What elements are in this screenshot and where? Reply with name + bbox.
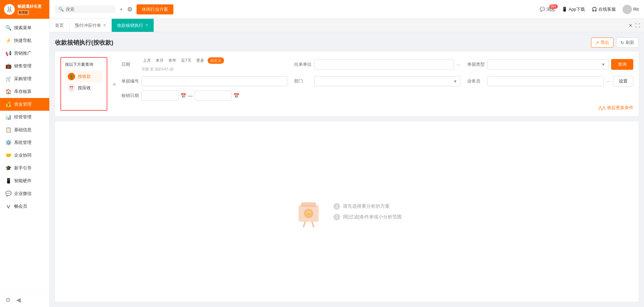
tab-home[interactable]: 首页 (50, 19, 69, 32)
billtype-select[interactable]: ▼ (487, 59, 608, 69)
avatar (623, 5, 632, 14)
filter-row-sales-inner: 业务员 ··· (467, 76, 610, 86)
solution-button[interactable]: 休闲行业方案 (137, 4, 173, 14)
date-7days[interactable]: 近7天 (180, 57, 193, 64)
settings-icon[interactable]: ⚙ (5, 296, 11, 304)
sidebar-item-basic[interactable]: 📋 基础信息 (0, 123, 49, 136)
filter-sidebar: 按以下方案查询 💲 按收款 ⏰ 按应收 (60, 57, 107, 111)
filter-option-by-receipt[interactable]: 💲 按收款 (65, 71, 103, 82)
main-content: 🔍 ▼ ⚙ 休闲行业方案 💬 消息 99+ 📱 App下载 🎧 在线客服 Rit (50, 0, 644, 307)
search-icon: 🔍 (58, 7, 64, 12)
sidebar-item-purchase[interactable]: 🛒 采购管理 (0, 72, 49, 85)
page-actions: ↗ 导出 ↻ 刷新 (591, 38, 639, 48)
sidebar-item-wechat[interactable]: 💬 企业微信 (0, 187, 49, 200)
sidebar-item-collab[interactable]: 🤝 企业协同 (0, 149, 49, 162)
svg-line-5 (312, 222, 314, 227)
app-download-button[interactable]: 📱 App下载 (562, 6, 585, 12)
page-content: 收款核销执行(按收款) ↗ 导出 ↻ 刷新 按以下方案查询 💲 按收款 (50, 32, 644, 307)
search-menu-icon: 🔍 (5, 25, 11, 31)
message-button[interactable]: 💬 消息 99+ (540, 6, 555, 12)
export-icon: ↗ (595, 40, 599, 45)
collapse-icon: ⋀⋀ (598, 105, 606, 110)
collab-icon: 🤝 (5, 152, 11, 158)
refresh-button[interactable]: ↻ 刷新 (616, 38, 639, 48)
filter-panel: 按以下方案查询 💲 按收款 ⏰ 按应收 « 日期 上月 (55, 52, 639, 116)
billno-input[interactable] (142, 76, 287, 86)
filter-collapse-btn[interactable]: « (111, 57, 117, 111)
logo-icon: 🐰 (4, 4, 15, 15)
filter-row-billtype: 单据类型 ▼ (467, 59, 608, 69)
settings-button[interactable]: 设置 (613, 76, 633, 87)
date-label: 日期 (121, 61, 139, 67)
finance-icon: 💰 (5, 101, 11, 107)
sidebar-item-guide[interactable]: 🎓 新手引导 (0, 162, 49, 174)
sales-more-icon[interactable]: ··· (606, 79, 610, 84)
counterparty-more-icon[interactable]: ··· (457, 62, 461, 67)
topbar-gear-icon[interactable]: ⚙ (127, 6, 132, 13)
verify-start-date[interactable]: 2023-03-01 (142, 91, 178, 101)
purchase-icon: 🛒 (5, 76, 11, 82)
dept-select[interactable]: ▼ (314, 76, 460, 86)
empty-illustration: 😐 (292, 195, 325, 228)
sales-input[interactable] (487, 76, 604, 86)
empty-hint-2: 2 用[过滤]条件来缩小分析范围 (333, 214, 402, 220)
tab-close-collection[interactable]: ✕ (145, 23, 148, 28)
sidebar-item-operation[interactable]: 📊 经营管理 (0, 111, 49, 123)
sidebar-bottom: ⚙ ◀ (0, 293, 49, 307)
sidebar-item-sales[interactable]: 💼 销售管理 (0, 60, 49, 72)
dept-chevron: ▼ (453, 79, 458, 84)
verify-end-date[interactable]: 2023-07-21 (195, 91, 231, 101)
date-last-month[interactable]: 上月 (142, 57, 152, 64)
sidebar-item-search[interactable]: 🔍 搜索菜单 (0, 21, 49, 34)
user-menu[interactable]: Rit (623, 5, 639, 14)
collapse-sidebar-icon[interactable]: ◀ (16, 296, 21, 304)
tab-prepay[interactable]: 预付冲应付单 ✕ (69, 19, 112, 32)
tab-close-all-icon[interactable]: ✕ (629, 23, 633, 28)
by-receivable-icon: ⏰ (68, 84, 75, 92)
page-title: 收款核销执行(按收款) (55, 39, 113, 47)
date-more[interactable]: 更多 (195, 57, 206, 64)
tab-collection[interactable]: 收款核销执行 ✕ (112, 19, 154, 32)
svg-rect-1 (301, 202, 316, 207)
quicknav-icon: ⚡ (5, 38, 11, 44)
hardware-icon: 📱 (5, 178, 11, 184)
sidebar-logo: 🐰 畅捷通好生意 标准版 (0, 0, 49, 19)
billtype-chevron: ▼ (601, 62, 605, 67)
export-button[interactable]: ↗ 导出 (591, 38, 613, 48)
tabs-bar: 首页 预付冲应付单 ✕ 收款核销执行 ✕ ✕ ⛶ (50, 19, 644, 32)
date-this-year[interactable]: 本年 (167, 57, 178, 64)
date-shortcuts-group: 上月 本月 本年 近7天 更多 自定义 不限 至 2023-07-26 (142, 57, 258, 72)
sidebar-item-finance[interactable]: 💰 资金管理 (0, 98, 49, 111)
dept-label: 部门 (294, 78, 312, 84)
tabs-spacer (154, 19, 625, 32)
sidebar-item-member[interactable]: V 畅会员 (0, 200, 49, 213)
sidebar-item-marketing[interactable]: 📢 营销推广 (0, 47, 49, 60)
search-chevron-icon: ▼ (119, 7, 123, 11)
date-unlimit-text: 不限 至 2023-07-26 (142, 67, 258, 72)
filter-option-by-receivable[interactable]: ⏰ 按应收 (65, 82, 103, 94)
sales-icon: 💼 (5, 63, 11, 69)
date-custom-tag[interactable]: 自定义 (208, 57, 224, 64)
topbar: 🔍 ▼ ⚙ 休闲行业方案 💬 消息 99+ 📱 App下载 🎧 在线客服 Rit (50, 0, 644, 19)
inventory-icon: 🏠 (5, 89, 11, 95)
verify-start-calendar-icon[interactable]: 📅 (180, 93, 186, 98)
date-this-month[interactable]: 本月 (154, 57, 165, 64)
filter-sidebar-title: 按以下方案查询 (65, 62, 103, 67)
marketing-icon: 📢 (5, 50, 11, 56)
sidebar-item-inventory[interactable]: 🏠 库存核算 (0, 85, 49, 98)
tab-fullscreen-icon[interactable]: ⛶ (635, 23, 640, 28)
sidebar-item-system[interactable]: ⚙️ 系统管理 (0, 136, 49, 149)
svg-text:😐: 😐 (306, 211, 312, 216)
online-service-button[interactable]: 🎧 在线客服 (592, 6, 616, 12)
counterparty-input[interactable] (314, 59, 454, 69)
topbar-search-box[interactable]: 🔍 (55, 5, 115, 13)
query-button[interactable]: 查询 (611, 59, 633, 70)
verify-end-calendar-icon[interactable]: 📅 (233, 93, 239, 98)
empty-state: 😐 1 请先选择要分析的方案 2 用[过滤]条件来缩小分析范围 (55, 121, 639, 302)
sidebar-item-hardware[interactable]: 📱 智能硬件 (0, 174, 49, 187)
collapse-more-conditions[interactable]: ⋀⋀ 收起更多条件 (121, 105, 633, 111)
tab-close-prepay[interactable]: ✕ (103, 23, 106, 28)
wechat-icon: 💬 (5, 191, 11, 197)
sidebar-item-quicknav[interactable]: ⚡ 快捷导航 (0, 34, 49, 47)
search-input[interactable] (66, 7, 106, 12)
